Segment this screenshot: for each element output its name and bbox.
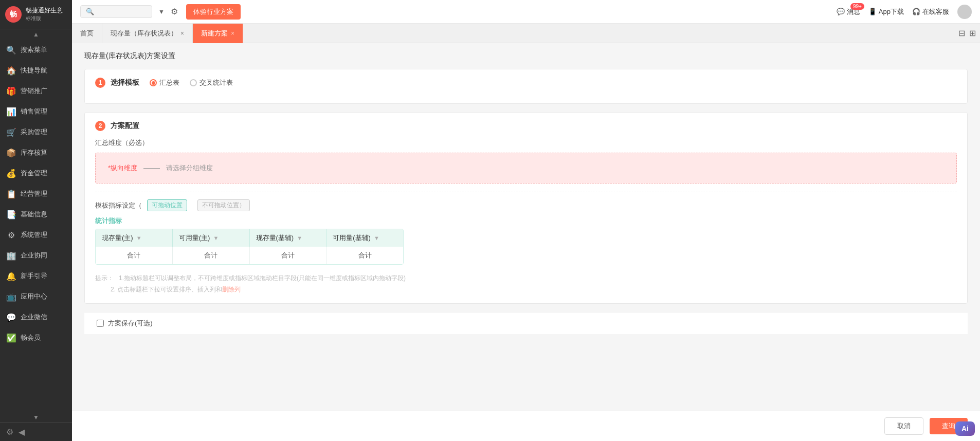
tab-new-scheme-label: 新建方案 <box>201 29 228 38</box>
dimension-box: *纵向维度 —— 请选择分组维度 <box>95 153 957 183</box>
radio-dot-summary <box>152 81 155 85</box>
tabs-bar: 首页 现存量（库存状况表） × 新建方案 × ⊟ ⊞ <box>72 24 980 43</box>
settings-icon[interactable]: ⚙ <box>6 427 13 437</box>
tv-icon: 📺 <box>6 291 16 302</box>
sidebar-item-wechat[interactable]: 💬 企业微信 <box>0 307 72 327</box>
stat-col-2-label: 可用量(主) <box>179 233 210 243</box>
summary-dimension-label: 汇总维度（必选） <box>95 138 957 148</box>
stat-table-body: 合计 合计 合计 合计 <box>96 247 403 264</box>
sidebar-item-apps[interactable]: 📺 应用中心 <box>0 286 72 307</box>
message-icon: 💬 <box>837 8 845 15</box>
building-icon: 🏢 <box>6 250 16 261</box>
step1-header: 1 选择模板 汇总表 交叉统计表 <box>95 78 957 88</box>
statistics-table: 现存量(主) ▼ 可用量(主) ▼ 现存量(基辅) ▼ 可用量(基辅) ▼ <box>95 229 404 265</box>
stat-col-3[interactable]: 现存量(基辅) ▼ <box>250 229 327 247</box>
drag-badge: 可拖动位置 <box>147 199 187 211</box>
sidebar-item-marketing[interactable]: 🎁 营销推广 <box>0 81 72 101</box>
content-area: 现存量(库存状况表)方案设置 1 选择模板 汇总表 交叉统计表 <box>72 43 980 411</box>
topbar-gear-icon[interactable]: ⚙ <box>171 7 178 16</box>
search-icon: 🔍 <box>6 45 16 55</box>
ai-badge[interactable]: Ai <box>955 421 975 436</box>
main-area: 🔍 ▼ ⚙ 体验行业方案 💬 消息 99+ 📱 App下载 🎧 在线客服 <box>72 0 980 441</box>
option-summary[interactable]: 汇总表 <box>150 78 179 87</box>
option-cross[interactable]: 交叉统计表 <box>190 78 233 87</box>
sidebar-item-basic[interactable]: 📑 基础信息 <box>0 204 72 225</box>
app-download-button[interactable]: 📱 App下载 <box>868 7 904 16</box>
sidebar-label-enterprise: 企业协同 <box>21 251 47 260</box>
sidebar-item-system[interactable]: ⚙ 系统管理 <box>0 225 72 245</box>
step1-title: 选择模板 <box>111 78 139 87</box>
app-icon: 📱 <box>868 8 877 15</box>
stat-cell-1: 合计 <box>96 247 173 264</box>
stat-col-1-label: 现存量(主) <box>102 233 133 243</box>
sidebar-item-quicknav[interactable]: 🏠 快捷导航 <box>0 60 72 81</box>
user-profile[interactable] <box>957 5 972 19</box>
sidebar-label-finance: 资金管理 <box>21 169 47 178</box>
sidebar-item-member[interactable]: ✅ 畅会员 <box>0 327 72 348</box>
sidebar-item-finance[interactable]: 💰 资金管理 <box>0 163 72 183</box>
search-input[interactable] <box>97 8 143 15</box>
topbar: 🔍 ▼ ⚙ 体验行业方案 💬 消息 99+ 📱 App下载 🎧 在线客服 <box>72 0 980 24</box>
sidebar-item-inventory[interactable]: 📦 库存核算 <box>0 142 72 163</box>
tab-close-new-scheme[interactable]: × <box>231 30 234 37</box>
indicator-label-row: 模板指标设定（ 可拖动位置 不可拖动位置） <box>95 199 957 211</box>
sidebar-label-marketing: 营销推广 <box>21 86 47 96</box>
tips-area: 提示： 1.拖动标题栏可以调整布局，不可跨维度或指标区域拖动栏目字段(只能在同一… <box>95 273 957 295</box>
sidebar-label-guide: 新手引导 <box>21 271 47 281</box>
bell-icon: 🔔 <box>6 271 16 281</box>
cart-icon: 🛒 <box>6 127 16 137</box>
tab-inventory-status[interactable]: 现存量（库存状况表） × <box>102 24 193 43</box>
sidebar-scroll-down[interactable]: ▼ <box>0 412 72 422</box>
tab-minimize-button[interactable]: ⊟ <box>958 28 965 38</box>
sidebar: 畅 畅捷通好生意 标准版 ▲ 🔍 搜索菜单 🏠 快捷导航 🎁 营销推广 📊 销售… <box>0 0 72 441</box>
tip-line-1: 提示： 1.拖动标题栏可以调整布局，不可跨维度或指标区域拖动栏目字段(只能在同一… <box>95 273 957 284</box>
logo-icon: 畅 <box>5 6 22 23</box>
topbar-search-box: 🔍 <box>80 5 152 18</box>
stat-col-4[interactable]: 可用量(基辅) ▼ <box>326 229 403 247</box>
tab-close-inventory[interactable]: × <box>180 30 184 37</box>
sidebar-item-guide[interactable]: 🔔 新手引导 <box>0 266 72 286</box>
stat-col-1[interactable]: 现存量(主) ▼ <box>96 229 173 247</box>
tab-expand-button[interactable]: ⊞ <box>969 28 976 38</box>
online-service-button[interactable]: 🎧 在线客服 <box>912 7 949 16</box>
tip-line-2: 2. 点击标题栏下拉可设置排序、插入列和删除列 <box>95 284 957 296</box>
save-scheme-checkbox[interactable] <box>97 320 104 327</box>
step2-title: 方案配置 <box>111 121 139 131</box>
sidebar-item-sales[interactable]: 📊 销售管理 <box>0 101 72 122</box>
step1-badge: 1 <box>95 78 105 88</box>
step1-options: 汇总表 交叉统计表 <box>150 78 233 87</box>
collapse-icon[interactable]: ◀ <box>19 427 25 437</box>
stat-col-2[interactable]: 可用量(主) ▼ <box>173 229 250 247</box>
sidebar-item-purchase[interactable]: 🛒 采购管理 <box>0 122 72 142</box>
sidebar-label-operations: 经营管理 <box>21 189 47 198</box>
save-scheme-row: 方案保存(可选) <box>84 312 968 334</box>
dim-placeholder: 请选择分组维度 <box>166 163 213 173</box>
tab-home-label: 首页 <box>80 29 94 38</box>
tab-home[interactable]: 首页 <box>72 24 102 43</box>
sidebar-item-operations[interactable]: 📋 经营管理 <box>0 183 72 204</box>
tip-text-1: 1.拖动标题栏可以调整布局，不可跨维度或指标区域拖动栏目字段(只能在同一维度或指… <box>119 274 406 282</box>
gift-icon: 🎁 <box>6 86 16 96</box>
message-button[interactable]: 💬 消息 99+ <box>837 7 860 16</box>
sidebar-item-search[interactable]: 🔍 搜索菜单 <box>0 40 72 60</box>
sidebar-item-enterprise[interactable]: 🏢 企业协同 <box>0 245 72 266</box>
stat-section-label: 统计指标 <box>95 216 957 226</box>
tip-highlight: 删除列 <box>222 286 241 293</box>
sidebar-scroll-up[interactable]: ▲ <box>0 29 72 40</box>
cancel-button[interactable]: 取消 <box>884 417 923 435</box>
topbar-dropdown[interactable]: ▼ <box>158 8 165 15</box>
sidebar-label-inventory: 库存核算 <box>21 148 47 157</box>
sidebar-label-purchase: 采购管理 <box>21 127 47 137</box>
sidebar-label-quicknav: 快捷导航 <box>21 66 47 75</box>
operations-icon: 📋 <box>6 189 16 199</box>
step1-card: 1 选择模板 汇总表 交叉统计表 <box>84 69 968 104</box>
tab-new-scheme[interactable]: 新建方案 × <box>193 24 243 43</box>
sidebar-logo: 畅 畅捷通好生意 标准版 <box>0 0 72 29</box>
sidebar-label-basic: 基础信息 <box>21 210 47 219</box>
tab-inventory-label: 现存量（库存状况表） <box>111 29 177 38</box>
sidebar-label-search: 搜索菜单 <box>21 45 47 54</box>
member-icon: ✅ <box>6 333 16 343</box>
trial-button[interactable]: 体验行业方案 <box>186 4 241 20</box>
service-icon: 🎧 <box>912 8 920 15</box>
box-icon: 📦 <box>6 148 16 158</box>
